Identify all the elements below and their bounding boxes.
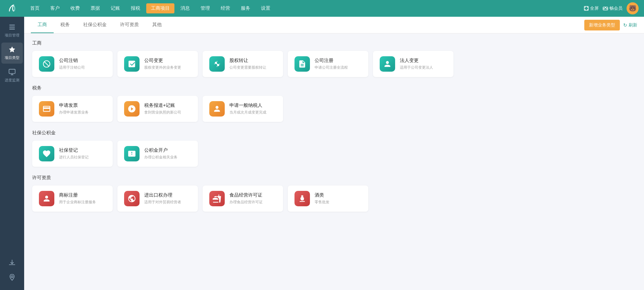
card-food-license[interactable]: 食品经营许可证 办理食品经营许可证 [203,186,283,212]
card-desc-provident-fund: 办理公积金相关业务 [144,155,177,160]
card-equity-transfer[interactable]: 股权转让 公司变更需要股权转让 [203,51,283,77]
top-nav-item-management[interactable]: 管理 [196,3,215,13]
sidebar-item-project-type[interactable]: 项目类型 [1,43,23,64]
card-desc-company-cancel: 适用于注销公司 [59,65,85,70]
top-nav-item-business[interactable]: 工商项目 [146,3,174,13]
cards-grid-shuiwu: 申请发票 办理申请发票业务 税务报道+记账 拿到营业执照的新公司 申请一般纳税人… [32,96,636,122]
top-nav-item-home[interactable]: 首页 [25,3,44,13]
sidebar-item-progress-monitor[interactable]: 进度监测 [1,65,23,86]
sidebar-item-label: 进度监测 [5,78,19,83]
sidebar-bottom-location[interactable] [6,271,18,283]
sub-tab-other[interactable]: 其他 [146,17,168,33]
svg-rect-5 [9,69,15,74]
card-text-company-change: 公司变更 股权变更外的业务变更 [144,58,181,70]
card-icon-import-export [124,191,140,206]
card-title-legal-change: 法人变更 [400,58,433,64]
card-social-security-reg[interactable]: 社保登记 进行人员社保登记 [32,141,113,167]
cards-grid-gongshang: 公司注销 适用于注销公司 公司变更 股权变更外的业务变更 股权转让 公司变更需要… [32,51,636,77]
svg-point-6 [11,276,13,278]
svg-rect-4 [9,29,15,29]
card-desc-company-change: 股权变更外的业务变更 [144,65,181,70]
card-desc-legal-change: 适用于公司变更法人 [400,65,433,70]
top-nav-item-settings[interactable]: 设置 [256,3,275,13]
refresh-button[interactable]: ↻ 刷新 [623,22,637,28]
card-desc-trademark: 用于企业商标注册服务 [59,200,96,205]
sidebar-bottom-download[interactable] [6,257,18,269]
top-nav-item-bookkeeping[interactable]: 记账 [106,3,125,13]
section-title-shuiwu: 税务 [32,85,636,91]
card-title-liquor: 酒类 [315,192,329,198]
refresh-icon: ↻ [623,22,627,28]
card-text-company-cancel: 公司注销 适用于注销公司 [59,58,85,70]
card-title-trademark: 商标注册 [59,192,96,198]
card-general-taxpayer[interactable]: 申请一般纳税人 当月或次月成变更完成 [203,96,283,122]
section-title-shebao: 社保公积金 [32,130,636,136]
card-icon-trademark [39,191,54,206]
sidebar-item-project-mgmt[interactable]: 项目管理 [1,20,23,41]
top-nav-item-invoice[interactable]: 票据 [86,3,105,13]
add-type-button[interactable]: 新增业务类型 [584,20,620,30]
mascot-avatar[interactable]: 🐻 [627,2,639,14]
sub-tab-license[interactable]: 许可资质 [113,17,146,33]
svg-rect-2 [9,25,15,25]
card-legal-change[interactable]: 法人变更 适用于公司变更法人 [373,51,453,77]
card-company-cancel[interactable]: 公司注销 适用于注销公司 [32,51,113,77]
card-icon-legal-change [380,56,395,72]
card-company-register[interactable]: 公司注册 申请公司注册全流程 [288,51,368,77]
sub-tab-social-security[interactable]: 社保公积金 [76,17,113,33]
page-content: 工商 公司注销 适用于注销公司 公司变更 股权变更外的业务变更 股权转让 公 [24,33,644,290]
sub-tab-tax[interactable]: 税务 [54,17,76,33]
vip-label: 畅会员 [609,5,623,11]
top-navigation: 首页客户收费票据记账报税工商项目消息管理经营服务设置 全屏 畅会员 🐻 [0,0,644,17]
card-title-social-security-reg: 社保登记 [59,147,89,153]
card-import-export[interactable]: 进出口权办理 适用于对外贸易经营者 [117,186,198,212]
card-icon-company-cancel [39,56,54,72]
card-company-change[interactable]: 公司变更 股权变更外的业务变更 [117,51,198,77]
top-nav-item-message[interactable]: 消息 [176,3,195,13]
vip-btn[interactable]: 畅会员 [603,5,623,11]
top-nav-item-collection[interactable]: 收费 [66,3,85,13]
card-title-company-register: 公司注册 [315,58,348,64]
section-title-gongshang: 工商 [32,40,636,46]
fullscreen-btn[interactable]: 全屏 [584,5,599,11]
card-text-import-export: 进出口权办理 适用于对外贸易经营者 [144,192,181,205]
card-icon-company-register [294,56,310,72]
top-nav-item-customer[interactable]: 客户 [46,3,64,13]
sub-tab-business[interactable]: 工商 [31,17,54,33]
download-icon [8,259,16,266]
card-icon-provident-fund [124,146,140,161]
card-liquor[interactable]: 酒 酒类 零售批发 [288,186,368,212]
content-area: 工商税务社保公积金许可资质其他 新增业务类型 ↻ 刷新 工商 公司注销 适用于注… [24,17,644,290]
top-nav-item-tax[interactable]: 报税 [126,3,145,13]
main-layout: 项目管理项目类型进度监测 工商税务社保公积金许可资质其他 新增业务类型 ↻ 刷新… [0,17,644,290]
card-tax-report[interactable]: 税务报道+记账 拿到营业执照的新公司 [117,96,198,122]
top-nav-item-service[interactable]: 服务 [236,3,255,13]
card-icon-social-security-reg [39,146,54,161]
card-title-tax-report: 税务报道+记账 [144,102,181,108]
card-text-apply-invoice: 申请发票 办理申请发票业务 [59,102,89,115]
card-title-company-change: 公司变更 [144,58,181,64]
card-title-general-taxpayer: 申请一般纳税人 [229,102,266,108]
svg-rect-0 [584,6,588,10]
card-text-liquor: 酒类 零售批发 [315,192,329,205]
left-sidebar: 项目管理项目类型进度监测 [0,17,24,290]
card-icon-general-taxpayer [209,101,225,117]
card-trademark[interactable]: 商标注册 用于企业商标注册服务 [32,186,113,212]
card-provident-fund[interactable]: 公积金开户 办理公积金相关业务 [117,141,198,167]
card-text-social-security-reg: 社保登记 进行人员社保登记 [59,147,89,160]
card-icon-tax-report [124,101,140,117]
card-apply-invoice[interactable]: 申请发票 办理申请发票业务 [32,96,113,122]
card-text-company-register: 公司注册 申请公司注册全流程 [315,58,348,70]
sidebar-item-label: 项目管理 [5,33,19,38]
sidebar-item-label: 项目类型 [5,55,19,60]
logo[interactable] [5,2,19,15]
monitor-icon [8,68,16,76]
card-desc-equity-transfer: 公司变更需要股权转让 [229,65,266,70]
svg-text:酒: 酒 [301,198,304,201]
card-icon-apply-invoice [39,101,54,117]
card-text-tax-report: 税务报道+记账 拿到营业执照的新公司 [144,102,181,115]
card-desc-company-register: 申请公司注册全流程 [315,65,348,70]
location-icon [8,274,16,281]
subtabs-bar: 工商税务社保公积金许可资质其他 新增业务类型 ↻ 刷新 [24,17,644,33]
top-nav-item-operation[interactable]: 经营 [216,3,235,13]
